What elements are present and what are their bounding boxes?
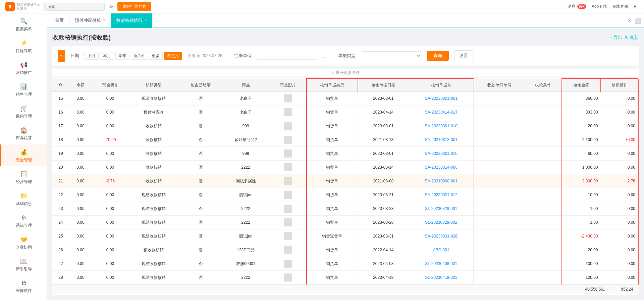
table-row: 22 0.00 0.00 现结收款核销 否 测试jun 销货单 2023-03-… <box>52 188 638 202</box>
cell-no: 21 <box>52 174 69 188</box>
data-table: ⚙ 余额 现金折扣 核销类型 包含已结清 商品 商品图片 核销单据类型 核销单据… <box>52 78 639 285</box>
cell-no: 19 <box>52 147 69 161</box>
cell-balance: 0.00 <box>69 133 92 147</box>
sidebar-item-system[interactable]: ⚙ 系统管理 <box>0 210 47 232</box>
cell-cash-discount: 0.00 <box>92 92 128 105</box>
sidebar-item-inventory[interactable]: 🏠 库存核算 <box>0 123 47 144</box>
date-buttons: 上月 本月 本年 近7天 更多 自定义 <box>85 52 182 60</box>
cell-bill-date: 2023-03-21 <box>358 188 409 202</box>
date-btn-custom[interactable]: 自定义 <box>164 52 182 60</box>
col-goods-img: 商品图片 <box>269 79 307 92</box>
cell-balance: 0.00 <box>69 174 92 188</box>
cell-bill-no: SA-20230331-026 <box>409 229 474 243</box>
date-btn-this-month[interactable]: 本月 <box>100 52 114 60</box>
date-btn-this-year[interactable]: 本年 <box>115 52 129 60</box>
cell-goods-img <box>269 202 307 216</box>
cell-balance: 0.00 <box>69 147 92 161</box>
settings-button[interactable]: 设置 <box>454 50 473 61</box>
col-gear[interactable]: ⚙ <box>52 79 69 92</box>
cell-bill-date: 2021-08-13 <box>358 133 409 147</box>
cell-no: 26 <box>52 243 69 257</box>
cell-cancel-amount: 100.00 <box>562 257 600 271</box>
sidebar-item-guide[interactable]: 📖 新手引导 <box>0 254 47 275</box>
app-download-link[interactable]: App下载 <box>592 4 607 9</box>
cell-receipt-order-no <box>474 92 525 105</box>
cell-bill-report-type: 销货单 <box>307 202 358 216</box>
sidebar-item-hardware[interactable]: 🖥 智能硬件 <box>0 275 47 297</box>
bill-type-select[interactable] <box>361 51 421 60</box>
date-btn-last-month[interactable]: 上月 <box>85 52 99 60</box>
cell-goods-img <box>269 92 307 105</box>
cell-receipt-order-no <box>474 229 525 243</box>
cell-cancel-type: 收款核销 <box>128 174 179 188</box>
cell-no: 15 <box>52 92 69 105</box>
sidebar-item-wechat[interactable]: 💬 企业微信 <box>0 297 47 300</box>
cell-cancel-discount: 0.00 <box>601 243 638 257</box>
table-row: 18 0.00 -70.00 收款核销 否 多计量商品2 销货单 2021-08… <box>52 133 638 147</box>
export-button[interactable]: ↑ 导出 <box>610 35 623 41</box>
col-bill-date: 核销单据日期 <box>358 79 409 92</box>
close-window-button[interactable]: ✕ <box>628 17 632 24</box>
cell-no: 23 <box>52 202 69 216</box>
sidebar-item-search[interactable]: 🔍 搜索菜单 <box>0 13 47 35</box>
page-header: 收款核销执行(按收款) ↑ 导出 ↻ 刷新 <box>52 34 639 42</box>
cell-bill-date: 2023-03-01 <box>358 119 409 133</box>
tab-prepay[interactable]: 预付冲应付单 × <box>69 13 111 28</box>
cell-cash-discount: 0.00 <box>92 257 128 271</box>
expand-chevron-icon: ∨ <box>331 70 334 75</box>
sidebar-item-marketing[interactable]: 📢 营销推广 <box>0 57 47 79</box>
sidebar-item-operations[interactable]: 📋 经营管理 <box>0 166 47 188</box>
sidebar-item-basic-info[interactable]: 📁 基础信息 <box>0 188 47 210</box>
cell-cancel-discount: 0.00 <box>601 92 638 105</box>
tab-receipt-cancel-close[interactable]: × <box>145 18 147 23</box>
system-icon: ⚙ <box>21 214 26 221</box>
tab-receipt-cancel[interactable]: 收款核销执行 × <box>111 13 153 28</box>
message-badge: 99+ <box>577 4 586 9</box>
basic-info-icon: 📁 <box>20 192 28 200</box>
cell-bill-report-type: 销货单 <box>307 188 358 202</box>
date-btn-more[interactable]: 更多 <box>149 52 163 60</box>
maximize-button[interactable]: ⬜ <box>635 17 641 24</box>
filter-expand-arrow[interactable]: » <box>58 50 65 62</box>
gear-icon[interactable]: ⚙ <box>109 3 113 10</box>
cell-cash-discount: 0.00 <box>92 147 128 161</box>
refresh-button[interactable]: ↻ 刷新 <box>625 35 639 41</box>
cell-bill-no: SA-20230301-010 <box>409 119 474 133</box>
tab-prepay-close[interactable]: × <box>103 18 105 23</box>
from-unit-input[interactable] <box>257 52 317 60</box>
cell-cancel-amount: 20.00 <box>562 243 600 257</box>
cell-include-settled: 否 <box>179 119 222 133</box>
cell-cancel-type: 现结收款核销 <box>128 188 179 202</box>
search-input[interactable] <box>44 3 105 11</box>
online-service-link[interactable]: 在线客服 <box>612 4 628 9</box>
sidebar-item-finance[interactable]: 💰 资金管理 <box>0 144 47 166</box>
cell-cancel-amount: 1.00 <box>562 202 600 216</box>
cell-bill-report-type: 销货单 <box>307 216 358 229</box>
sidebar-item-sales[interactable]: 📊 销售管理 <box>0 79 47 101</box>
cell-goods-img <box>269 188 307 202</box>
expand-more-button[interactable]: ∨ 展开更多条件 <box>331 70 360 76</box>
query-button[interactable]: 查询 <box>427 51 449 61</box>
sidebar-item-enterprise[interactable]: 🤝 企业协同 <box>0 232 47 254</box>
cell-cancel-discount: 0.00 <box>601 229 638 243</box>
cell-cancel-amount: -2,430.00 <box>562 229 600 243</box>
tab-home[interactable]: 首页 <box>50 13 69 28</box>
cell-receipt-condition <box>525 161 562 174</box>
cell-cash-discount: 0.00 <box>92 216 128 229</box>
solution-button[interactable]: 休验行业方案 <box>117 2 151 11</box>
date-btn-7days[interactable]: 近7天 <box>131 52 147 60</box>
message-link[interactable]: 消息 99+ <box>568 4 586 9</box>
table-container[interactable]: ⚙ 余额 现金折扣 核销类型 包含已结清 商品 商品图片 核销单据类型 核销单据… <box>52 78 639 295</box>
cell-balance: 0.00 <box>69 119 92 133</box>
cell-balance: 0.00 <box>69 271 92 285</box>
cell-receipt-condition <box>525 147 562 161</box>
sidebar-item-purchase[interactable]: 🛒 采购管理 <box>0 101 47 123</box>
cell-goods-img <box>269 105 307 119</box>
cell-bill-date: 2023-03-01 <box>358 147 409 161</box>
table-footer: 40,556,66... 952.24 <box>52 285 639 294</box>
page-title: 收款核销执行(按收款) <box>52 34 111 42</box>
cell-cash-discount: 0.00 <box>92 119 128 133</box>
cell-bill-no: ABC-001 <box>409 243 474 257</box>
cell-bill-report-type: 销货单 <box>307 92 358 105</box>
sidebar-item-quick-nav[interactable]: ⚡ 快捷导航 <box>0 35 47 57</box>
